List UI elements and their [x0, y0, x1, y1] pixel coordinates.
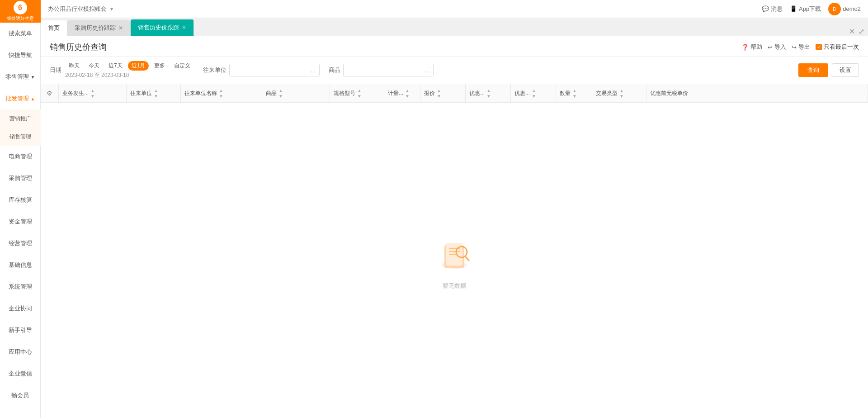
- sidebar-item-ecommerce[interactable]: 电商管理: [0, 146, 41, 167]
- main-area: 办公用品行业模拟账套 ▾ 💬 消息 📱 App下载 D demo2 首页: [41, 0, 868, 418]
- user-menu[interactable]: D demo2: [828, 3, 861, 15]
- setting-button[interactable]: 设置: [832, 63, 859, 77]
- tab-sales[interactable]: 销售历史价跟踪 ✕: [131, 19, 194, 36]
- app-logo[interactable]: 6 畅捷通好生意: [0, 0, 41, 23]
- partner-input[interactable]: ...: [229, 64, 320, 76]
- date-range-text: 2023-02-18 至 2023-03-18: [65, 71, 194, 79]
- table-body-empty: 暂无数据: [41, 103, 868, 418]
- date-buttons: 昨天 今天 近7天 近1月 更多 自定义: [65, 61, 194, 71]
- sidebar-item-appstore[interactable]: 应用中心: [0, 341, 41, 363]
- sidebar-item-basics[interactable]: 基础信息: [0, 254, 41, 276]
- sidebar-item-wholesale[interactable]: 批发管理 ▲: [0, 88, 41, 109]
- th-price-label: 报价: [424, 90, 435, 97]
- sidebar-item-marketing[interactable]: 营销推广: [0, 109, 41, 128]
- th-unit-code[interactable]: 往来单位 ▲▼: [127, 84, 181, 102]
- sidebar: 6 畅捷通好生意 搜索菜单 快捷导航 零售管理 ▼ 批发管理 ▲ 营销推广 销售…: [0, 0, 41, 418]
- tab-purchase[interactable]: 采购历史价跟踪 ✕: [67, 20, 131, 36]
- sidebar-item-wechat[interactable]: 企业微信: [0, 363, 41, 385]
- help-button[interactable]: ❓ 帮助: [741, 43, 762, 51]
- message-label: 消息: [771, 5, 783, 13]
- message-button[interactable]: 💬 消息: [762, 5, 783, 13]
- date-label: 日期: [50, 66, 61, 74]
- sidebar-item-search[interactable]: 搜索菜单: [0, 23, 41, 44]
- sort-date-icon: ▲▼: [90, 88, 95, 99]
- topbar-title: 办公用品行业模拟账套: [48, 5, 107, 13]
- sidebar-item-finance[interactable]: 资金管理: [0, 211, 41, 233]
- th-settings[interactable]: ⚙: [41, 84, 59, 102]
- sidebar-item-newbie[interactable]: 新手引导: [0, 319, 41, 341]
- date-btn-yesterday[interactable]: 昨天: [65, 61, 83, 71]
- query-button[interactable]: 查询: [798, 63, 828, 77]
- tab-purchase-close[interactable]: ✕: [118, 25, 123, 31]
- sidebar-item-quicknav[interactable]: 快捷导航: [0, 44, 41, 66]
- th-discount1-label: 优惠...: [469, 90, 485, 97]
- sort-trade-icon: ▲▼: [619, 88, 624, 99]
- tab-sales-label: 销售历史价跟踪: [138, 24, 179, 32]
- sort-discount2-icon: ▲▼: [532, 88, 536, 99]
- goods-dots: ...: [425, 66, 430, 74]
- goods-input[interactable]: ...: [343, 64, 434, 76]
- only-last-label: 只看最后一次: [824, 43, 859, 51]
- sort-unitname-icon: ▲▼: [219, 88, 223, 99]
- export-button[interactable]: ↪ 导出: [792, 43, 810, 51]
- gear-icon: ⚙: [47, 90, 52, 97]
- help-label: 帮助: [750, 43, 762, 51]
- th-measure[interactable]: 计量... ▲▼: [384, 84, 420, 102]
- export-icon: ↪: [792, 44, 797, 51]
- tab-home-label: 首页: [48, 24, 60, 32]
- goods-label: 商品: [329, 66, 340, 74]
- user-avatar: D: [828, 3, 841, 15]
- th-trade-type[interactable]: 交易类型 ▲▼: [592, 84, 646, 102]
- sidebar-item-sales-mgmt[interactable]: 销售管理: [0, 128, 41, 146]
- sidebar-item-operations[interactable]: 经营管理: [0, 233, 41, 254]
- import-button[interactable]: ↩ 导入: [768, 43, 786, 51]
- date-btn-7days[interactable]: 近7天: [105, 61, 126, 71]
- close-all-button[interactable]: ✕: [849, 27, 855, 36]
- date-btn-more[interactable]: 更多: [151, 61, 169, 71]
- filter-area: 日期 昨天 今天 近7天 近1月 更多 自定义 2023-02-18 至 202…: [41, 57, 868, 84]
- th-discount2[interactable]: 优惠... ▲▼: [511, 84, 556, 102]
- th-measure-label: 计量...: [388, 90, 403, 97]
- import-label: 导入: [774, 43, 786, 51]
- th-spec[interactable]: 规格型号 ▲▼: [330, 84, 384, 102]
- table-area: ⚙ 业务发生... ▲▼ 往来单位 ▲▼ 往来单位名称 ▲▼ 商品 ▲▼: [41, 84, 868, 418]
- message-icon: 💬: [762, 5, 769, 12]
- th-goods-label: 商品: [266, 90, 277, 97]
- only-last-checkbox[interactable]: [816, 44, 822, 50]
- app-download-button[interactable]: 📱 App下载: [790, 5, 821, 13]
- th-discount1[interactable]: 优惠... ▲▼: [466, 84, 511, 102]
- date-btn-today[interactable]: 今天: [85, 61, 103, 71]
- th-unit-name-label: 往来单位名称: [184, 90, 217, 97]
- sort-spec-icon: ▲▼: [357, 88, 362, 99]
- user-name: demo2: [843, 5, 861, 12]
- page-content: 销售历史价查询 ❓ 帮助 ↩ 导入 ↪ 导出 只看最后一次: [41, 36, 868, 418]
- th-date[interactable]: 业务发生... ▲▼: [59, 84, 127, 102]
- page-actions: ❓ 帮助 ↩ 导入 ↪ 导出 只看最后一次: [741, 43, 859, 51]
- sidebar-item-purchase[interactable]: 采购管理: [0, 167, 41, 189]
- date-btn-1month[interactable]: 近1月: [128, 61, 149, 71]
- partner-filter-group: 往来单位 ...: [203, 64, 320, 76]
- only-last-checkbox-label[interactable]: 只看最后一次: [816, 43, 859, 51]
- th-qty[interactable]: 数量 ▲▼: [556, 84, 592, 102]
- tabs-bar: 首页 采购历史价跟踪 ✕ 销售历史价跟踪 ✕ ✕ ⤢: [41, 18, 868, 36]
- sidebar-item-vip[interactable]: 畅会员: [0, 385, 41, 406]
- sidebar-item-enterprise[interactable]: 企业协同: [0, 298, 41, 319]
- th-unit-name[interactable]: 往来单位名称 ▲▼: [181, 84, 262, 102]
- page-title: 销售历史价查询: [50, 42, 107, 52]
- tab-purchase-label: 采购历史价跟踪: [75, 24, 116, 32]
- tab-sales-close[interactable]: ✕: [182, 24, 186, 31]
- date-btn-custom[interactable]: 自定义: [170, 61, 194, 71]
- topbar-dropdown-icon[interactable]: ▾: [110, 6, 113, 12]
- th-goods[interactable]: 商品 ▲▼: [262, 84, 330, 102]
- sidebar-item-retail[interactable]: 零售管理 ▼: [0, 66, 41, 88]
- th-spec-label: 规格型号: [334, 90, 355, 97]
- tab-home[interactable]: 首页: [41, 20, 67, 36]
- th-price[interactable]: 报价 ▲▼: [420, 84, 466, 102]
- logo-icon: 6: [14, 1, 27, 14]
- maximize-button[interactable]: ⤢: [859, 27, 864, 36]
- help-icon: ❓: [741, 44, 749, 51]
- sidebar-item-inventory[interactable]: 库存核算: [0, 189, 41, 211]
- sidebar-item-system[interactable]: 系统管理: [0, 276, 41, 298]
- th-notax-price[interactable]: 优惠前无税单价: [646, 84, 868, 102]
- th-unit-code-label: 往来单位: [130, 90, 152, 97]
